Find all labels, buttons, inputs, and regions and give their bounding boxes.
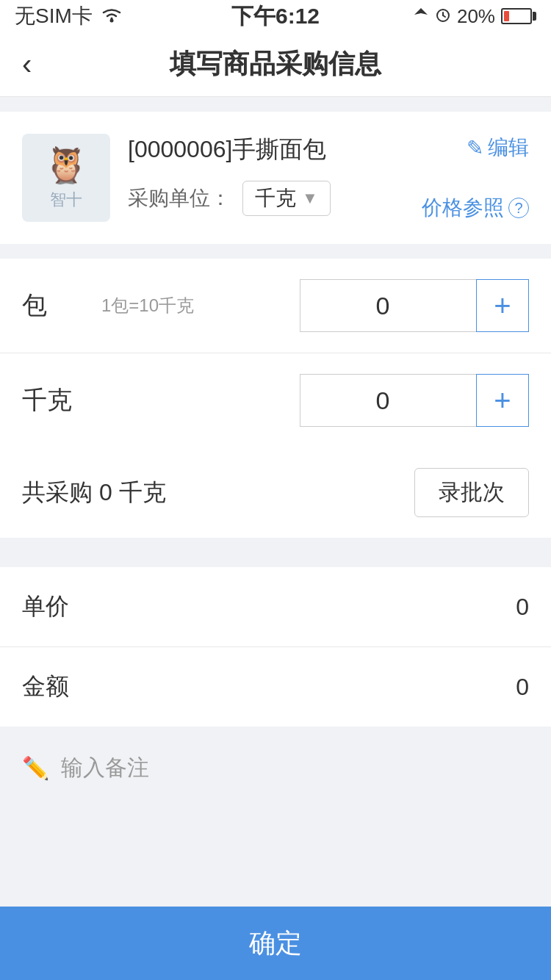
input-section: 包 1包=10千克 + 千克 +: [0, 259, 551, 447]
status-left: 无SIM卡: [15, 2, 123, 30]
summary-text: 共采购 0 千克: [22, 477, 166, 509]
unit-label: 采购单位：: [128, 184, 231, 212]
product-card: 🦉 智十 [0000006]手撕面包 采购单位： 千克 ▼ ✎ 编辑 价格参照 …: [0, 112, 551, 244]
status-time: 下午6:12: [231, 1, 320, 32]
confirm-button-wrap: 确定: [0, 907, 551, 980]
alarm-icon: [435, 5, 451, 28]
batch-button[interactable]: 录批次: [414, 468, 529, 517]
confirm-button[interactable]: 确定: [0, 907, 551, 980]
kg-input-row: 千克 +: [0, 353, 551, 447]
summary-row: 共采购 0 千克 录批次: [0, 447, 551, 538]
battery-percent: 20%: [457, 5, 495, 28]
svg-point-0: [109, 19, 113, 23]
wifi-icon: [100, 4, 123, 28]
bag-input-row: 包 1包=10千克 +: [0, 259, 551, 353]
nav-bar: ‹ 填写商品采购信息: [0, 32, 551, 97]
page-title: 填写商品采购信息: [170, 46, 381, 82]
location-icon: [413, 5, 429, 28]
kg-label: 千克: [22, 383, 96, 417]
status-bar: 无SIM卡 下午6:12 20%: [0, 0, 551, 32]
back-button[interactable]: ‹: [22, 48, 32, 81]
edit-label: 编辑: [488, 134, 529, 162]
svg-marker-1: [414, 8, 428, 15]
remark-section[interactable]: ✏️ 输入备注: [0, 727, 551, 810]
status-right: 20%: [413, 5, 536, 28]
edit-icon: ✎: [467, 136, 483, 160]
divider-2: [0, 538, 551, 552]
price-section: 单价 0 金额 0: [0, 567, 551, 727]
bag-quantity-input[interactable]: [300, 279, 476, 332]
divider-1: [0, 244, 551, 259]
carrier-text: 无SIM卡: [15, 2, 93, 30]
bag-input-right: +: [300, 279, 529, 332]
amount-value: 0: [516, 674, 529, 701]
amount-label: 金额: [22, 671, 69, 703]
unit-price-label: 单价: [22, 591, 69, 623]
kg-input-right: +: [300, 374, 529, 427]
unit-value: 千克: [255, 184, 296, 212]
kg-quantity-input[interactable]: [300, 374, 476, 427]
svg-line-4: [443, 15, 445, 17]
bag-label: 包: [22, 289, 96, 323]
unit-select[interactable]: 千克 ▼: [242, 181, 331, 216]
product-thumb-label: 智十: [50, 189, 82, 211]
kg-plus-button[interactable]: +: [476, 374, 529, 427]
pencil-icon: ✏️: [22, 755, 49, 781]
bag-plus-button[interactable]: +: [476, 279, 529, 332]
price-ref-label: 价格参照: [422, 194, 504, 222]
info-icon: ?: [508, 198, 529, 218]
product-thumbnail: 🦉 智十: [22, 134, 110, 222]
unit-price-value: 0: [516, 594, 529, 621]
battery-icon: [501, 8, 536, 24]
product-thumb-owl: 🦉: [44, 145, 88, 186]
unit-price-row: 单价 0: [0, 567, 551, 647]
edit-button[interactable]: ✎ 编辑: [467, 134, 529, 162]
bag-sub-label: 1包=10千克: [101, 294, 300, 317]
price-reference-button[interactable]: 价格参照 ?: [422, 194, 529, 222]
remark-placeholder: 输入备注: [61, 753, 149, 783]
amount-row: 金额 0: [0, 647, 551, 727]
chevron-down-icon: ▼: [302, 189, 318, 208]
